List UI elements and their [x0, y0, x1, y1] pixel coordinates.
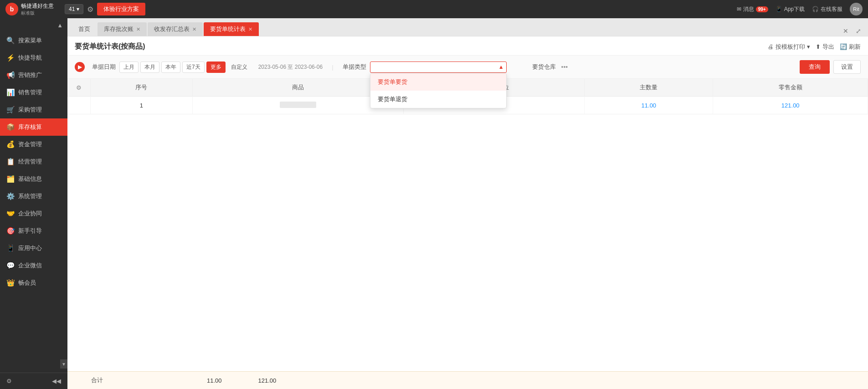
sidebar-item-member[interactable]: 👑 畅会员	[0, 274, 67, 292]
dropdown-item-request-return-label: 要货单退货	[378, 96, 407, 102]
sidebar-item-search[interactable]: 🔍 搜索菜单	[0, 32, 67, 49]
page-header: 要货单统计表(按商品) 🖨 按模板打印 ▾ ⬆ 导出 🔄 刷新	[67, 36, 868, 56]
app-download-item[interactable]: 📱 App下载	[776, 5, 805, 13]
last-month-btn[interactable]: 上月	[119, 61, 139, 73]
tab-close-btn[interactable]: ✕	[841, 26, 851, 36]
sidebar-label-sales: 销售管理	[18, 88, 42, 97]
content-area: 首页 库存批次账 ✕ 收发存汇总表 ✕ 要货单统计表 ✕ ✕ ⤢	[67, 18, 868, 389]
service-icon: 🎧	[812, 6, 819, 12]
sidebar-item-quick-nav[interactable]: ⚡ 快捷导航	[0, 49, 67, 67]
type-input[interactable]	[370, 61, 507, 73]
more-btn[interactable]: 更多	[206, 61, 226, 73]
logo-area: b 畅捷通好生意 标准版	[5, 2, 60, 16]
avatar[interactable]: Rit	[850, 3, 863, 15]
type-input-wrapper: ▲ 要货单要货 要货单退货	[370, 61, 507, 73]
sidebar-item-cooperation[interactable]: 🤝 企业协同	[0, 205, 67, 222]
tab-batch-account-close[interactable]: ✕	[136, 26, 140, 32]
sidebar-label-guide: 新手引导	[18, 227, 42, 235]
type-dropdown-btn[interactable]: ▲	[498, 64, 504, 70]
col-amount: 零售金额	[713, 79, 868, 97]
sidebar-item-inventory[interactable]: 📦 库存核算	[0, 118, 67, 136]
recent-7-btn[interactable]: 近7天	[182, 61, 205, 73]
settings-icon[interactable]: ⚙	[87, 5, 93, 14]
sidebar-label-basic: 基础信息	[18, 175, 42, 183]
date-filter-label: 单据日期	[92, 63, 116, 71]
custom-btn[interactable]: 自定义	[227, 62, 251, 72]
filter-bar: ▶ 单据日期 上月 本月 本年 近7天 更多 自定义 2023-05-06 至 …	[67, 56, 868, 79]
sales-icon: 📊	[6, 88, 15, 97]
online-service-item[interactable]: 🎧 在线客服	[812, 5, 842, 13]
sidebar-item-guide[interactable]: 🎯 新手引导	[0, 222, 67, 240]
sidebar-label-member: 畅会员	[18, 279, 36, 287]
print-action[interactable]: 🖨 按模板打印 ▾	[768, 43, 810, 51]
type-selector: 单据类型 ▲ 要货单要货 要货单退货	[343, 61, 507, 73]
store-selector[interactable]: 41 ▾	[65, 4, 83, 14]
expand-btn[interactable]: ▶	[75, 62, 85, 72]
col-seq: 序号	[90, 79, 193, 97]
service-label: 在线客服	[821, 5, 842, 13]
sidebar-top-scroll[interactable]: ▲	[0, 18, 67, 32]
row-settings-cell	[67, 97, 90, 114]
page-actions: 🖨 按模板打印 ▾ ⬆ 导出 🔄 刷新	[768, 43, 861, 51]
sidebar-item-finance[interactable]: 💰 资金管理	[0, 136, 67, 153]
purchase-icon: 🛒	[6, 106, 15, 114]
header-center: 41 ▾ ⚙ 体验行业方案	[65, 3, 732, 15]
message-item[interactable]: ✉ 消息 99+	[737, 5, 768, 13]
top-header: b 畅捷通好生意 标准版 41 ▾ ⚙ 体验行业方案 ✉ 消息 99+ 📱 Ap…	[0, 0, 868, 18]
print-dropdown-icon[interactable]: ▾	[807, 43, 810, 50]
row-seq-cell: 1	[90, 97, 193, 114]
store-name: 41	[69, 6, 75, 12]
sidebar-item-sales[interactable]: 📊 销售管理	[0, 84, 67, 101]
tab-request-stat-close[interactable]: ✕	[248, 26, 252, 32]
inventory-icon: 📦	[6, 123, 15, 131]
tab-bar: 首页 库存批次账 ✕ 收发存汇总表 ✕ 要货单统计表 ✕ ✕ ⤢	[67, 18, 868, 36]
main-layout: ▲ 🔍 搜索菜单 ⚡ 快捷导航 📢 营销推广 📊 销售管理 🛒 采购管理 📦 库…	[0, 18, 868, 389]
row-quantity-cell[interactable]: 11.00	[585, 97, 713, 114]
col-quantity: 主数量	[585, 79, 713, 97]
warehouse-dots[interactable]: •••	[560, 62, 570, 72]
row-amount-cell[interactable]: 121.00	[713, 97, 868, 114]
app-download-label: App下载	[784, 5, 805, 13]
tab-request-stat[interactable]: 要货单统计表 ✕	[204, 22, 259, 36]
sidebar-item-system[interactable]: ⚙️ 系统管理	[0, 188, 67, 205]
tab-batch-account[interactable]: 库存批次账 ✕	[98, 22, 147, 36]
refresh-icon: 🔄	[840, 43, 847, 50]
refresh-action[interactable]: 🔄 刷新	[840, 43, 861, 51]
sidebar-settings-icon[interactable]: ⚙	[6, 378, 12, 384]
sidebar-label-finance: 资金管理	[18, 140, 42, 148]
sidebar-item-operations[interactable]: 📋 经营管理	[0, 153, 67, 170]
guide-icon: 🎯	[6, 227, 15, 235]
tab-home[interactable]: 首页	[72, 22, 97, 36]
filter-separator: |	[332, 64, 333, 71]
sidebar-item-app-center[interactable]: 📱 应用中心	[0, 240, 67, 257]
col-settings-icon[interactable]: ⚙	[76, 84, 82, 91]
this-year-btn[interactable]: 本年	[161, 61, 180, 73]
page-title: 要货单统计表(按商品)	[75, 42, 145, 51]
sidebar-item-marketing[interactable]: 📢 营销推广	[0, 67, 67, 84]
page-content: 要货单统计表(按商品) 🖨 按模板打印 ▾ ⬆ 导出 🔄 刷新	[67, 36, 868, 389]
sidebar-scroll-bottom[interactable]: ▼	[60, 359, 67, 369]
dropdown-item-request-order-label: 要货单要货	[378, 78, 407, 85]
sidebar-collapse-btn[interactable]: ◀◀	[52, 378, 61, 384]
sidebar-label-quick-nav: 快捷导航	[18, 54, 42, 62]
export-action[interactable]: ⬆ 导出	[816, 43, 834, 51]
this-month-btn[interactable]: 本月	[140, 61, 159, 73]
sidebar-item-basic[interactable]: 🗂️ 基础信息	[0, 170, 67, 188]
sidebar-label-inventory: 库存核算	[18, 123, 42, 131]
dropdown-item-request-return[interactable]: 要货单退货	[370, 91, 506, 108]
query-button[interactable]: 查询	[800, 60, 830, 74]
cooperation-icon: 🤝	[6, 210, 15, 218]
sidebar-label-cooperation: 企业协同	[18, 210, 42, 218]
dropdown-item-request-order[interactable]: 要货单要货	[370, 73, 506, 91]
sidebar-label-operations: 经营管理	[18, 158, 42, 166]
trial-button[interactable]: 体验行业方案	[97, 3, 145, 15]
sidebar-label-marketing: 营销推广	[18, 71, 42, 79]
tab-expand-btn[interactable]: ⤢	[853, 26, 863, 36]
tab-receive-summary[interactable]: 收发存汇总表 ✕	[148, 22, 203, 36]
sidebar-item-purchase[interactable]: 🛒 采购管理	[0, 101, 67, 118]
tab-receive-summary-close[interactable]: ✕	[192, 26, 196, 32]
marketing-icon: 📢	[6, 71, 15, 79]
sidebar-item-wechat[interactable]: 💬 企业微信	[0, 257, 67, 274]
footer-amount: 121.00	[258, 377, 277, 384]
settings-button[interactable]: 设置	[833, 60, 861, 74]
